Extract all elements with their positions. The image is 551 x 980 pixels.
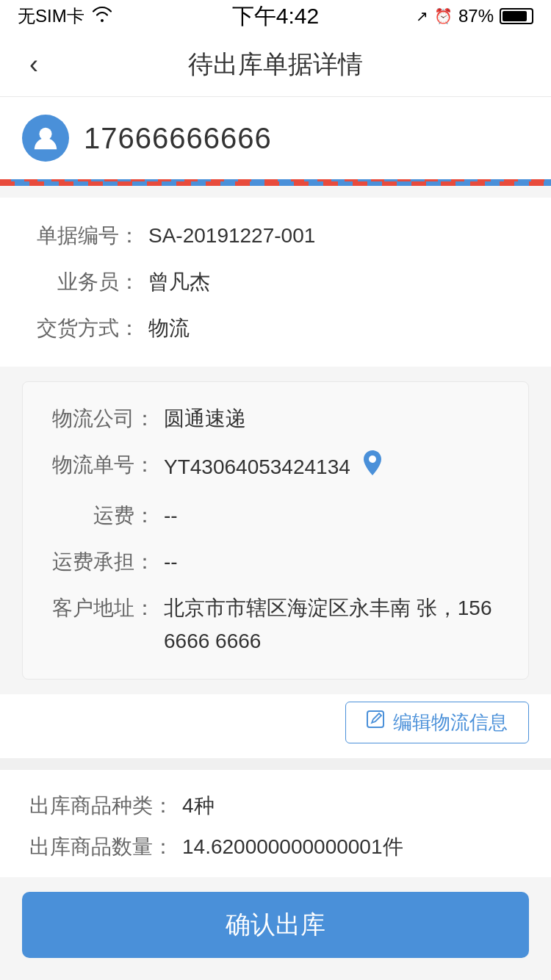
- edit-logistics-button[interactable]: 编辑物流信息: [345, 702, 529, 743]
- svg-point-1: [369, 455, 376, 463]
- salesman-value: 曾凡杰: [148, 266, 522, 299]
- goods-types-value: 4种: [182, 792, 215, 820]
- status-bar: 无SIM卡 下午4:42 ↗ ⏰ 87%: [0, 0, 551, 32]
- alarm-icon: ⏰: [434, 7, 453, 25]
- confirm-btn-wrap: 确认出库: [0, 877, 551, 980]
- delivery-row: 交货方式： 物流: [29, 312, 522, 345]
- goods-quantity-row: 出库商品数量： 14.620000000000001件: [29, 833, 522, 861]
- order-no-label: 单据编号：: [29, 220, 140, 253]
- order-info-section: 单据编号： SA-20191227-001 业务员： 曾凡杰 交货方式： 物流: [0, 198, 551, 367]
- customer-phone: 17666666666: [84, 122, 272, 155]
- page-title: 待出库单据详情: [188, 48, 363, 82]
- logistics-tracking-row: 物流单号： YT43064053424134: [45, 449, 506, 486]
- goods-section: 出库商品种类： 4种 出库商品数量： 14.620000000000001件: [0, 770, 551, 883]
- order-no-value: SA-20191227-001: [148, 220, 522, 253]
- goods-quantity-value: 14.620000000000001件: [182, 833, 403, 861]
- section-divider: [0, 758, 551, 770]
- location-icon: ↗: [416, 7, 428, 25]
- svg-rect-2: [367, 711, 383, 727]
- logistics-company-label: 物流公司：: [45, 403, 155, 436]
- salesman-row: 业务员： 曾凡杰: [29, 266, 522, 299]
- logistics-freight-bearer-row: 运费承担： --: [45, 546, 506, 579]
- logistics-address-row: 客户地址： 北京市市辖区海淀区永丰南 张，156 6666 6666: [45, 592, 506, 658]
- customer-header: 17666666666: [0, 97, 551, 181]
- confirm-button[interactable]: 确认出库: [22, 892, 529, 958]
- back-button[interactable]: ‹: [22, 42, 46, 87]
- logistics-company-value: 圆通速递: [164, 403, 506, 436]
- person-icon: [32, 124, 60, 152]
- nav-bar: ‹ 待出库单据详情: [0, 32, 551, 97]
- logistics-tracking-label: 物流单号：: [45, 449, 155, 482]
- wifi-icon: [92, 6, 112, 26]
- logistics-freight-bearer-value: --: [164, 546, 506, 579]
- edit-btn-row: 编辑物流信息: [0, 694, 551, 758]
- edit-logistics-label: 编辑物流信息: [393, 710, 508, 735]
- logistics-freight-label: 运费：: [45, 500, 155, 533]
- logistics-address-value: 北京市市辖区海淀区永丰南 张，156 6666 6666: [164, 592, 506, 658]
- salesman-label: 业务员：: [29, 266, 140, 299]
- logistics-card: 物流公司： 圆通速递 物流单号： YT43064053424134 运费： --…: [22, 381, 529, 679]
- delivery-value: 物流: [148, 312, 522, 345]
- status-time: 下午4:42: [232, 1, 319, 32]
- carrier-label: 无SIM卡: [18, 4, 84, 28]
- goods-types-label: 出库商品种类：: [29, 792, 173, 820]
- tracking-location-icon[interactable]: [361, 449, 384, 486]
- goods-quantity-label: 出库商品数量：: [29, 833, 173, 861]
- logistics-freight-row: 运费： --: [45, 500, 506, 533]
- dashed-divider: [0, 181, 551, 186]
- delivery-label: 交货方式：: [29, 312, 140, 345]
- status-left: 无SIM卡: [18, 4, 112, 28]
- logistics-freight-bearer-label: 运费承担：: [45, 546, 155, 579]
- status-right: ↗ ⏰ 87%: [416, 6, 533, 26]
- order-no-row: 单据编号： SA-20191227-001: [29, 220, 522, 253]
- logistics-tracking-value: YT43064053424134: [164, 449, 506, 486]
- confirm-label: 确认出库: [226, 908, 325, 942]
- goods-types-row: 出库商品种类： 4种: [29, 792, 522, 820]
- edit-icon: [367, 710, 386, 735]
- battery-percent: 87%: [458, 6, 494, 26]
- logistics-address-label: 客户地址：: [45, 592, 155, 625]
- battery-icon: [500, 8, 533, 24]
- logistics-freight-value: --: [164, 500, 506, 533]
- logistics-company-row: 物流公司： 圆通速递: [45, 403, 506, 436]
- avatar: [22, 115, 69, 162]
